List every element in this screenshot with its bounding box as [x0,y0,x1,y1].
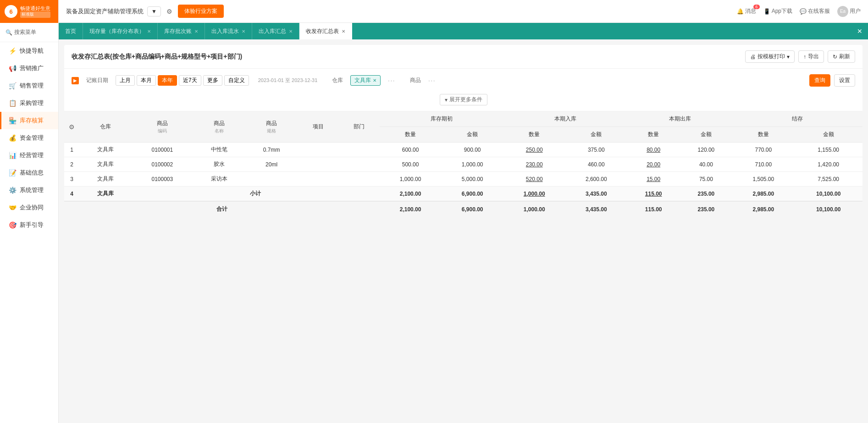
row-out-qty[interactable]: 15.00 [627,172,680,187]
tab-bar-close-button[interactable]: ✕ [851,27,868,35]
user-menu-button[interactable]: Ea 用户 [837,6,861,17]
sidebar-item-quick-nav[interactable]: ⚡快捷导航 [0,42,58,60]
col-opening-qty-header: 数量 [380,127,442,143]
col-out-amt-header: 金额 [680,127,733,143]
tab-close-inout-flow[interactable]: ✕ [242,29,245,34]
tab-inout-summary[interactable]: 出入库汇总✕ [252,23,299,39]
row-out-qty[interactable]: 20.00 [627,157,680,172]
tab-inout-flow[interactable]: 出入库流水✕ [205,23,252,39]
row-product-name: 胶水 [193,157,245,172]
row-opening-amt: 5,000.00 [442,172,503,187]
subtotal-opening-qty: 2,100.00 [380,187,442,202]
row-out-amt: 40.00 [680,157,733,172]
row-balance-amt: 1,155.00 [794,143,862,157]
sidebar-item-system[interactable]: ⚙️系统管理 [0,181,58,199]
refresh-button[interactable]: ↻ 刷新 [828,50,855,63]
page-actions: 🖨 按模板打印 ▾ ↑ 导出 ↻ 刷新 [745,50,855,63]
subtotal-balance-qty: 2,985.00 [732,187,794,202]
settings-button[interactable]: 设置 [834,74,855,87]
trial-button[interactable]: 体验行业方案 [178,5,224,18]
col-group-out-header: 本期出库 [627,111,733,127]
tab-home[interactable]: 首页 [59,23,83,39]
row-in-qty[interactable]: 250.00 [503,143,565,157]
print-button[interactable]: 🖨 按模板打印 ▾ [745,50,795,63]
sidebar-item-purchase[interactable]: 📋采购管理 [0,94,58,112]
date-btn-custom[interactable]: 自定义 [224,75,249,86]
col-department-header: 部门 [339,111,380,143]
logo-text: 畅捷通好生意 标准版 [20,5,50,18]
tab-close-batch[interactable]: ✕ [194,29,198,34]
sidebar-item-newbie[interactable]: 🎯新手引导 [0,216,58,234]
sidebar-item-enterprise[interactable]: 🤝企业协同 [0,199,58,216]
tab-stock-summary[interactable]: 收发存汇总表✕ [299,23,352,39]
tab-close-inout-summary[interactable]: ✕ [289,29,293,34]
warehouse-tag[interactable]: 文具库 ✕ [350,75,381,86]
sidebar-item-marketing[interactable]: 📢营销推广 [0,60,58,77]
collapse-arrow-button[interactable]: ▶ [72,77,79,84]
sidebar-item-inventory[interactable]: 🏪库存核算 [0,112,58,129]
sidebar-item-basic-info[interactable]: 📝基础信息 [0,164,58,181]
col-balance-amt-header: 金额 [794,127,862,143]
warehouse-more-dots[interactable]: ··· [388,77,395,84]
row-warehouse: 文具库 [79,157,131,172]
system-selector[interactable]: ▼ [147,6,161,16]
date-btn-current-month[interactable]: 本月 [137,75,156,86]
row-seq: 3 [64,172,79,187]
main-content: 收发存汇总表(按仓库+商品编码+商品+规格型号+项目+部门) 🖨 按模板打印 ▾… [59,39,868,423]
sidebar-item-finance[interactable]: 💰资金管理 [0,129,58,147]
total-in-qty: 1,000.00 [503,201,565,217]
date-btn-prev-month[interactable]: 上月 [116,75,135,86]
marketing-icon: 📢 [9,65,16,72]
row-balance-qty: 770.00 [732,143,794,157]
row-out-qty[interactable]: 80.00 [627,143,680,157]
tab-batch[interactable]: 库存批次账✕ [158,23,205,39]
col-product-name-header: 商品名称 [193,111,245,143]
col-out-qty-header: 数量 [627,127,680,143]
warehouse-tag-close[interactable]: ✕ [373,78,376,83]
row-product-code: 0100002 [131,157,193,172]
row-in-amt: 460.00 [565,157,627,172]
refresh-icon: ↻ [833,54,837,60]
date-range-display: 2023-01-01 至 2023-12-31 [258,77,318,84]
sidebar-item-label: 快捷导航 [20,47,44,55]
query-button[interactable]: 查询 [809,74,830,87]
row-opening-amt: 900.00 [442,143,503,157]
date-filter-buttons: 上月 本月 本年 近7天 更多 自定义 [116,75,249,86]
export-button[interactable]: ↑ 导出 [798,50,824,63]
date-btn-7days[interactable]: 近7天 [179,75,201,86]
search-menu-button[interactable]: 🔍搜索菜单 [4,27,55,38]
col-opening-amt-header: 金额 [442,127,503,143]
app-download-button[interactable]: 📱 App下载 [763,7,792,15]
tab-label: 库存批次账 [164,27,192,35]
row-in-qty[interactable]: 230.00 [503,157,565,172]
row-project [298,172,338,187]
total-out-qty: 115.00 [627,201,680,217]
sidebar-item-sales[interactable]: 🛒销售管理 [0,77,58,94]
sidebar-item-label: 基础信息 [20,169,44,177]
gear-button[interactable]: ⚙ [165,6,174,17]
sidebar-item-business[interactable]: 📊经营管理 [0,147,58,164]
logo-icon: 6 [5,5,17,18]
subtotal-out-qty: 115.00 [627,187,680,202]
row-in-qty[interactable]: 520.00 [503,172,565,187]
sidebar-item-label: 新手引导 [20,221,44,229]
product-more-dots[interactable]: ··· [428,77,436,84]
date-btn-more[interactable]: 更多 [203,75,222,86]
sidebar-item-label: 库存核算 [20,116,44,125]
tab-close-stock-summary[interactable]: ✕ [342,29,345,34]
table-settings-header: ⚙ [64,111,79,143]
column-settings-icon[interactable]: ⚙ [69,123,75,131]
sidebar-item-label: 企业协同 [20,203,44,212]
row-seq: 2 [64,157,79,172]
row-department [339,172,380,187]
expand-conditions-button[interactable]: ▾ 展开更多条件 [440,94,487,105]
online-service-button[interactable]: 💬 在线客服 [800,7,830,15]
tab-inventory-dist[interactable]: 现存量（库存分布表）✕ [83,23,158,39]
notification-button[interactable]: 🔔 App下载 消息 6 [737,7,756,15]
page-title: 收发存汇总表(按仓库+商品编码+商品+规格型号+项目+部门) [72,53,242,61]
sidebar-item-label: 经营管理 [20,151,44,159]
finance-icon: 💰 [9,134,16,142]
tab-close-inventory-dist[interactable]: ✕ [147,29,151,34]
date-btn-current-year[interactable]: 本年 [158,75,177,86]
system-icon: ⚙️ [9,187,16,194]
